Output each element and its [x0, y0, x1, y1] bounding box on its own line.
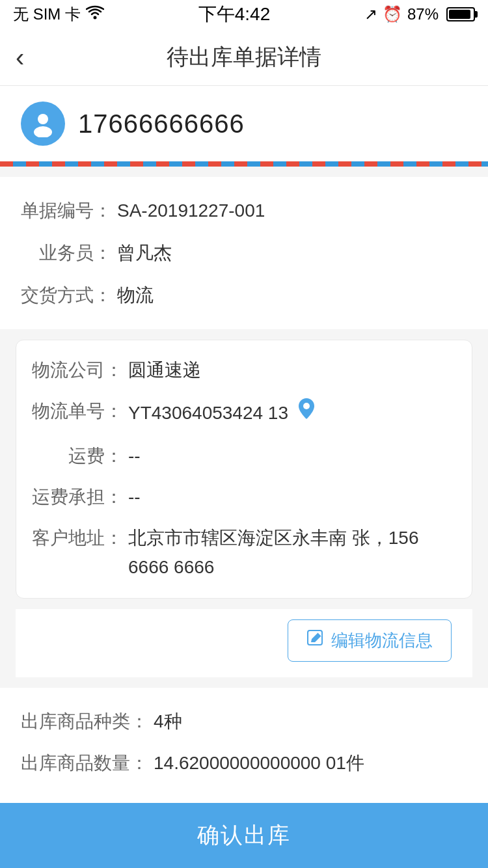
avatar: [21, 102, 65, 146]
carrier-label: 无 SIM 卡: [13, 4, 81, 25]
logistics-company-row: 物流公司： 圆通速递: [32, 356, 456, 385]
basic-info-section: 单据编号： SA-20191227-001 业务员： 曾凡杰 交货方式： 物流: [0, 177, 488, 329]
wifi-icon: [86, 5, 104, 23]
confirm-outbound-label: 确认出库: [197, 821, 291, 850]
edit-logistics-label: 编辑物流信息: [331, 629, 433, 652]
freight-row: 运费： --: [32, 442, 456, 471]
edit-logistics-button[interactable]: 编辑物流信息: [288, 619, 452, 662]
freight-bear-value: --: [123, 483, 456, 512]
alarm-icon: ⏰: [383, 5, 402, 23]
page-title: 待出库单据详情: [167, 42, 321, 72]
goods-quantity-row: 出库商品数量： 14.62000000000000 01件: [21, 749, 467, 778]
confirm-outbound-button[interactable]: 确认出库: [0, 803, 488, 868]
delivery-label: 交货方式：: [21, 281, 112, 310]
back-button[interactable]: ‹: [16, 44, 24, 70]
salesman-label: 业务员：: [21, 239, 112, 268]
freight-value: --: [123, 442, 456, 471]
svg-point-1: [38, 114, 48, 124]
map-pin-icon[interactable]: [296, 397, 317, 430]
order-no-label: 单据编号：: [21, 197, 112, 226]
battery-icon: [446, 7, 475, 21]
customer-phone: 17666666666: [78, 109, 245, 139]
freight-bear-row: 运费承担： --: [32, 483, 456, 512]
logistics-card: 物流公司： 圆通速递 物流单号： YT43064053424 13 运费： --…: [16, 340, 472, 598]
freight-bear-label: 运费承担：: [32, 483, 123, 512]
delivery-row: 交货方式： 物流: [21, 281, 467, 310]
location-status-icon: ↗: [364, 5, 377, 23]
status-bar: 无 SIM 卡 下午4:42 ↗ ⏰ 87%: [0, 0, 488, 29]
goods-quantity-value: 14.62000000000000 01件: [148, 749, 467, 778]
battery-percent: 87%: [407, 5, 439, 23]
goods-type-row: 出库商品种类： 4种: [21, 707, 467, 737]
salesman-row: 业务员： 曾凡杰: [21, 239, 467, 268]
goods-type-value: 4种: [148, 707, 467, 737]
section-separator: [0, 677, 488, 688]
status-bar-time: 下午4:42: [198, 2, 271, 27]
freight-label: 运费：: [32, 442, 123, 471]
address-value: 北京市市辖区海淀区永丰南 张，156 6666 6666: [123, 524, 456, 582]
customer-section: 17666666666: [0, 86, 488, 161]
address-row: 客户地址： 北京市市辖区海淀区永丰南 张，156 6666 6666: [32, 524, 456, 582]
edit-btn-container: 编辑物流信息: [16, 609, 472, 677]
quantity-section: 出库商品种类： 4种 出库商品数量： 14.62000000000000 01件: [0, 688, 488, 798]
salesman-value: 曾凡杰: [112, 239, 467, 268]
order-no-row: 单据编号： SA-20191227-001: [21, 197, 467, 226]
nav-bar: ‹ 待出库单据详情: [0, 29, 488, 86]
svg-point-2: [34, 126, 52, 137]
status-bar-right: ↗ ⏰ 87%: [364, 5, 475, 23]
goods-quantity-label: 出库商品数量：: [21, 749, 148, 778]
svg-point-3: [303, 403, 310, 409]
logistics-tracking-row: 物流单号： YT43064053424 13: [32, 397, 456, 430]
svg-point-0: [94, 16, 97, 20]
order-no-value: SA-20191227-001: [112, 197, 467, 226]
delivery-value: 物流: [112, 281, 467, 310]
dashed-divider: [0, 161, 488, 167]
status-bar-left: 无 SIM 卡: [13, 4, 104, 25]
logistics-tracking-label: 物流单号：: [32, 397, 123, 426]
logistics-company-value: 圆通速递: [123, 356, 456, 385]
logistics-tracking-value: YT43064053424 13: [123, 397, 456, 430]
goods-type-label: 出库商品种类：: [21, 707, 148, 737]
logistics-company-label: 物流公司：: [32, 356, 123, 385]
address-label: 客户地址：: [32, 524, 123, 553]
edit-icon: [306, 629, 325, 652]
